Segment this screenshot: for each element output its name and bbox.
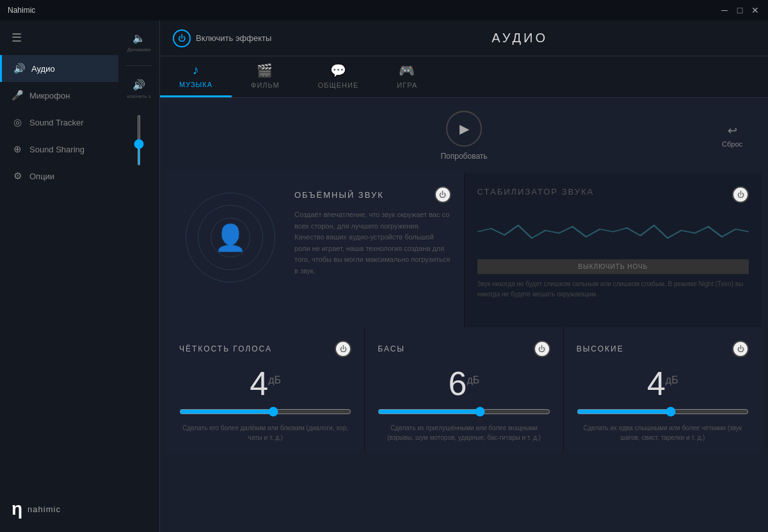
- voice-clarity-power-button[interactable]: ⏻: [335, 341, 351, 357]
- sidebar-item-sound-tracker[interactable]: ◎ Sound Tracker: [0, 109, 118, 136]
- voice-clarity-slider-row: [179, 407, 351, 417]
- device-volume-slider[interactable]: [138, 115, 140, 166]
- surround-visual: 👤: [179, 186, 282, 289]
- enable-effects-label: Включить эффекты: [196, 33, 271, 43]
- sidebar-item-options[interactable]: ⚙ Опции: [0, 163, 118, 189]
- top-row: ▶ Попробовать ↩ Сброс: [160, 98, 768, 173]
- voice-clarity-description: Сделать его более далёким или близким (д…: [179, 423, 351, 442]
- tab-music[interactable]: ♪ МУЗЫКА: [160, 56, 232, 97]
- film-tab-label: ФИЛЬМ: [251, 81, 280, 89]
- surround-rings: 👤: [186, 193, 275, 282]
- sound-tracker-icon: ◎: [12, 117, 23, 128]
- reset-button[interactable]: ↩ Сброс: [722, 124, 742, 148]
- treble-header: ВЫСОКИЕ ⏻: [577, 341, 749, 357]
- voice-clarity-title: ЧЁТКОСТЬ ГОЛОСА: [179, 344, 272, 353]
- microphone-icon: 🎤: [12, 90, 23, 101]
- power-symbol: ⏻: [178, 34, 186, 43]
- sidebar-label-sound-tracker: Sound Tracker: [29, 118, 84, 127]
- stabilizer-power-button[interactable]: ⏻: [732, 186, 749, 203]
- sidebar-label-options: Опции: [29, 172, 54, 181]
- treble-unit: дБ: [666, 375, 678, 385]
- surround-description: Создаёт впечатление, что звук окружает в…: [294, 209, 451, 277]
- treble-description: Сделать их едва слышными или более чётки…: [577, 423, 749, 442]
- device-speakers-label: Динамики: [127, 47, 151, 52]
- hamburger-menu[interactable]: ☰: [0, 20, 118, 55]
- game-tab-icon: 🎮: [399, 63, 415, 78]
- device-secondary-label: ключить з: [127, 93, 150, 99]
- surround-title-text: ОБЪЁМНЫЙ ЗВУК: [294, 190, 384, 200]
- content-area: ▶ Попробовать ↩ Сброс 👤: [160, 98, 768, 532]
- maximize-button[interactable]: □: [735, 5, 745, 15]
- treble-slider-row: [577, 407, 749, 417]
- enable-effects-button[interactable]: ⏻ Включить эффекты: [173, 29, 271, 47]
- voice-clarity-value: 4дБ: [179, 367, 351, 400]
- treble-title: ВЫСОКИЕ: [577, 344, 624, 353]
- device-secondary[interactable]: 🔊 ключить з: [118, 74, 159, 104]
- treble-slider[interactable]: [577, 407, 749, 417]
- tab-chat[interactable]: 💬 ОБЩЕНИЕ: [299, 56, 378, 97]
- app-logo: η nahimic: [0, 486, 118, 532]
- options-icon: ⚙: [12, 170, 23, 182]
- try-button[interactable]: ▶ Попробовать: [440, 111, 487, 161]
- main-content: ⏻ Включить эффекты АУДИО ♪ МУЗЫКА 🎬 ФИЛЬ…: [160, 20, 768, 532]
- voice-clarity-slider[interactable]: [179, 407, 351, 417]
- music-tab-icon: ♪: [193, 63, 200, 77]
- sidebar-label-microphone: Микрофон: [29, 91, 70, 101]
- sidebar-item-audio[interactable]: 🔊 Аудио: [0, 55, 118, 82]
- device-panel: 🔈 Динамики 🔊 ключить з: [118, 20, 160, 532]
- wave-visual: [477, 216, 749, 248]
- surround-title: ОБЪЁМНЫЙ ЗВУК ⏻: [294, 186, 451, 203]
- stabilizer-disable-button[interactable]: ВЫКЛЮЧИТЬ НОЧЬ: [477, 259, 749, 274]
- bass-header: БАСЫ ⏻: [378, 341, 550, 357]
- bass-unit: дБ: [467, 375, 480, 385]
- close-button[interactable]: ✕: [750, 5, 760, 15]
- bass-panel: БАСЫ ⏻ 6дБ Сделать их приглушёнными или …: [365, 328, 563, 452]
- surround-content: ОБЪЁМНЫЙ ЗВУК ⏻ Создаёт впечатление, что…: [294, 186, 451, 314]
- voice-clarity-unit: дБ: [268, 375, 281, 385]
- main-header: ⏻ Включить эффекты АУДИО: [160, 20, 768, 56]
- treble-value: 4дБ: [577, 367, 749, 400]
- middle-panels: 👤 ОБЪЁМНЫЙ ЗВУК ⏻ Создаёт впечатление, ч…: [166, 173, 762, 327]
- treble-power-button[interactable]: ⏻: [732, 341, 749, 357]
- sidebar-item-microphone[interactable]: 🎤 Микрофон: [0, 82, 118, 109]
- sidebar: ☰ 🔊 Аудио 🎤 Микрофон ◎ Sound Tracker ⊕ S…: [0, 20, 118, 532]
- reset-label: Сброс: [722, 140, 742, 148]
- window-controls: ─ □ ✕: [719, 5, 760, 15]
- try-label: Попробовать: [440, 152, 487, 161]
- minimize-button[interactable]: ─: [719, 5, 730, 15]
- surround-power-button[interactable]: ⏻: [435, 186, 451, 203]
- wave-svg: [477, 219, 749, 245]
- try-play-icon: ▶: [446, 111, 482, 147]
- stabilizer-title-row: СТАБИЛИЗАТОР ЗВУКА ⏻: [477, 186, 749, 203]
- tab-game[interactable]: 🎮 ИГРА: [378, 56, 436, 97]
- stabilizer-panel: СТАБИЛИЗАТОР ЗВУКА ⏻ ВЫКЛЮЧИТЬ НОЧЬ Звук…: [465, 173, 762, 327]
- bass-power-button[interactable]: ⏻: [534, 341, 550, 357]
- logo-symbol: η: [12, 499, 22, 519]
- voice-clarity-panel: ЧЁТКОСТЬ ГОЛОСА ⏻ 4дБ Сделать его более …: [166, 328, 364, 452]
- head-icon: 👤: [214, 223, 246, 253]
- device-speakers[interactable]: 🔈 Динамики: [118, 27, 159, 58]
- tabs-bar: ♪ МУЗЫКА 🎬 ФИЛЬМ 💬 ОБЩЕНИЕ 🎮 ИГРА: [160, 56, 768, 98]
- stabilizer-description: Звук никогда не будет слишком сильным ил…: [477, 279, 749, 300]
- titlebar: Nahimic ─ □ ✕: [0, 0, 768, 20]
- sound-sharing-icon: ⊕: [12, 143, 23, 155]
- chat-tab-icon: 💬: [330, 63, 347, 78]
- audio-icon: 🔊: [13, 63, 25, 74]
- app-body: ☰ 🔊 Аудио 🎤 Микрофон ◎ Sound Tracker ⊕ S…: [0, 20, 768, 532]
- app-title: Nahimic: [8, 6, 35, 15]
- voice-clarity-header: ЧЁТКОСТЬ ГОЛОСА ⏻: [179, 341, 351, 357]
- reset-icon: ↩: [728, 124, 737, 138]
- bass-slider[interactable]: [378, 407, 550, 417]
- stabilizer-title: СТАБИЛИЗАТОР ЗВУКА: [477, 186, 726, 198]
- film-tab-icon: 🎬: [257, 63, 273, 78]
- bass-description: Сделать их приглушёнными или более мощны…: [378, 423, 550, 442]
- bass-value: 6дБ: [378, 367, 550, 400]
- tab-film[interactable]: 🎬 ФИЛЬМ: [232, 56, 299, 97]
- game-tab-label: ИГРА: [397, 81, 417, 89]
- bass-title: БАСЫ: [378, 344, 405, 353]
- surround-panel: 👤 ОБЪЁМНЫЙ ЗВУК ⏻ Создаёт впечатление, ч…: [166, 173, 464, 327]
- treble-panel: ВЫСОКИЕ ⏻ 4дБ Сделать их едва слышными и…: [564, 328, 762, 452]
- sidebar-item-sound-sharing[interactable]: ⊕ Sound Sharing: [0, 136, 118, 163]
- page-title: АУДИО: [284, 31, 755, 45]
- bottom-panels: ЧЁТКОСТЬ ГОЛОСА ⏻ 4дБ Сделать его более …: [166, 328, 762, 452]
